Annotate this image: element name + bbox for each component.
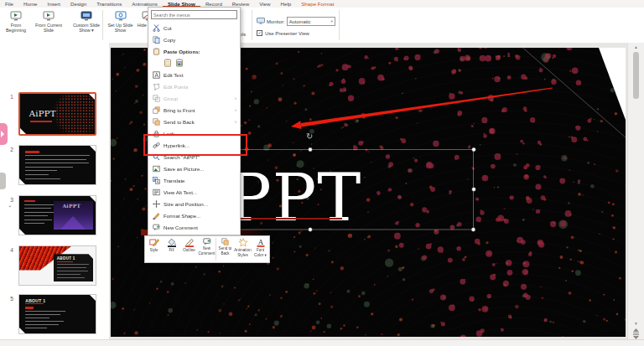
corner-cut xyxy=(19,178,25,184)
ribbon-tab-bar: FileHomeInsertDesignTransitionsAnimation… xyxy=(0,0,644,8)
text-line xyxy=(25,167,72,168)
text-line xyxy=(25,163,89,163)
scroll-up-icon[interactable]: ▲ xyxy=(632,45,640,50)
corner-cut xyxy=(19,229,25,235)
slide-number: 4 xyxy=(5,247,13,253)
mini-format-toolbar: StyleFillOutlineNew CommentSend to BackA… xyxy=(144,235,270,263)
floating-tool-handle[interactable] xyxy=(0,173,6,189)
svg-text:A: A xyxy=(157,179,159,183)
tab-insert[interactable]: Insert xyxy=(43,0,65,8)
tab-view[interactable]: View xyxy=(254,0,275,8)
menu-item-label: Send to Back xyxy=(164,119,195,125)
text-line xyxy=(25,178,60,179)
toolbar-button-outline[interactable]: Outline xyxy=(180,236,198,262)
group-divider xyxy=(252,10,252,40)
slide-thumbnail-2[interactable] xyxy=(18,145,96,185)
style-icon xyxy=(149,238,159,248)
menu-item-label: Edit Text xyxy=(164,72,184,78)
font-color-icon: A xyxy=(256,238,266,248)
monitor-dropdown-value: Automatic xyxy=(289,19,311,24)
scroll-down-icon[interactable]: ▼ xyxy=(632,322,640,327)
toolbar-button-label: Send to Back xyxy=(216,246,234,256)
slide-thumbnail-4[interactable]: ABOUT 1 xyxy=(18,245,96,286)
ribbon-button-custom-slide-show[interactable]: Custom Slide Show ▾ xyxy=(67,9,106,41)
slide-thumbnail-1[interactable]: AiPPT xyxy=(18,92,96,136)
menu-item-format-shape[interactable]: Format Shape... xyxy=(148,209,240,221)
ribbon-button-label: From Current Slide xyxy=(32,23,65,33)
menu-item-send-to-back[interactable]: Send to Back› xyxy=(148,116,240,127)
menu-item-translate[interactable]: aATranslate xyxy=(148,174,240,186)
text-line xyxy=(24,204,54,205)
translate-icon: aA xyxy=(153,177,160,184)
hyperlink-highlight-box xyxy=(143,134,247,156)
thumb-heading-bar xyxy=(24,200,35,203)
slide-thumbnail-panel: 1AiPPT23✶AiPPT4ABOUT 15ABOUT 16ABOUT 1 xyxy=(0,43,110,339)
vertical-scrollbar[interactable]: ▲ ▼ xyxy=(627,43,644,339)
submenu-arrow-icon: › xyxy=(235,119,236,124)
text-line xyxy=(57,264,89,265)
thumb-title-text: AiPPT xyxy=(29,109,56,118)
tab-design[interactable]: Design xyxy=(65,0,91,8)
menu-item-save-as-picture[interactable]: Save as Picture... xyxy=(148,163,240,174)
menu-item-paste-options[interactable]: Paste Options: xyxy=(148,45,240,57)
toolbar-button-send-to-back[interactable]: Send to Back xyxy=(216,236,234,262)
context-menu: CutCopyPaste Options:AEdit TextEdit Poin… xyxy=(148,7,241,235)
menu-item-new-comment[interactable]: New Comment xyxy=(148,221,240,233)
monitor-setting: Monitor: Automatic ▾ xyxy=(257,17,335,26)
text-line xyxy=(25,328,46,328)
ribbon-button-label: Custom Slide Show ▾ xyxy=(67,23,106,33)
powerpoint-window: FileHomeInsertDesignTransitionsAnimation… xyxy=(0,0,644,346)
text-line xyxy=(24,208,51,209)
edit-points-icon xyxy=(153,83,160,90)
slide-thumbnail-5[interactable]: ABOUT 1 xyxy=(18,294,96,334)
toolbar-button-animation-styles[interactable]: Animation Styles xyxy=(234,236,252,262)
tab-file[interactable]: File xyxy=(0,0,18,8)
slide-number: 5 xyxy=(5,296,13,302)
tab-home[interactable]: Home xyxy=(18,0,43,8)
ribbon: From BeginningFrom Current SlideCustom S… xyxy=(0,8,644,44)
menu-item-view-alt-text[interactable]: View Alt Text... xyxy=(148,186,240,198)
tab-shape-format[interactable]: Shape Format xyxy=(296,0,339,8)
setup-monitor-icon xyxy=(115,11,127,22)
tab-help[interactable]: Help xyxy=(275,0,296,8)
menu-item-bring-to-front[interactable]: Bring to Front› xyxy=(148,104,240,116)
text-line xyxy=(24,219,52,220)
size-position-icon xyxy=(153,200,160,208)
text-line xyxy=(25,321,64,322)
floating-tool-badge[interactable] xyxy=(0,123,8,145)
ribbon-button-label: Set Up Slide Show xyxy=(106,23,134,33)
monitor-label: Monitor: xyxy=(267,19,285,24)
send-back-icon xyxy=(153,118,160,126)
thumb-title-underline xyxy=(30,121,53,122)
ribbon-button-from-current-slide[interactable]: From Current Slide xyxy=(32,9,65,41)
menu-item-cut[interactable]: Cut xyxy=(148,22,240,34)
tab-transitions[interactable]: Transitions xyxy=(91,0,127,8)
ribbon-button-from-beginning[interactable]: From Beginning xyxy=(2,9,30,41)
toolbar-button-label: Outline xyxy=(183,248,195,252)
menu-item-copy[interactable]: Copy xyxy=(148,34,240,45)
menu-item-size-and-position[interactable]: Size and Position... xyxy=(148,198,240,209)
text-line xyxy=(57,267,86,268)
toolbar-button-fill[interactable]: Fill xyxy=(163,236,180,262)
corner-cut xyxy=(20,128,26,134)
text-line xyxy=(24,223,44,224)
menu-item-label: Translate xyxy=(164,178,185,183)
scrollbar-thumb[interactable] xyxy=(633,52,639,99)
use-presenter-view-checkbox[interactable]: ✓ Use Presenter View xyxy=(257,30,309,36)
monitor-dropdown[interactable]: Automatic ▾ xyxy=(287,17,335,26)
text-line xyxy=(57,271,88,271)
previous-slide-icon[interactable] xyxy=(632,328,640,333)
toolbar-button-font-color[interactable]: AFont Color ▾ xyxy=(252,236,269,262)
toolbar-button-style[interactable]: Style xyxy=(145,236,163,262)
slide-thumbnail-3[interactable]: AiPPT xyxy=(18,195,96,235)
corner-cut xyxy=(19,328,25,333)
menu-search-input[interactable] xyxy=(151,10,237,19)
toolbar-button-new-comment[interactable]: New Comment xyxy=(198,236,216,262)
menu-item-edit-text[interactable]: AEdit Text xyxy=(148,69,240,80)
alt-text-icon xyxy=(153,188,160,196)
text-line xyxy=(25,318,49,318)
menu-item-label: Copy xyxy=(164,37,175,43)
ribbon-button-set-up-slide-show[interactable]: Set Up Slide Show xyxy=(106,9,134,41)
text-line xyxy=(25,170,57,171)
text-line xyxy=(24,212,55,213)
